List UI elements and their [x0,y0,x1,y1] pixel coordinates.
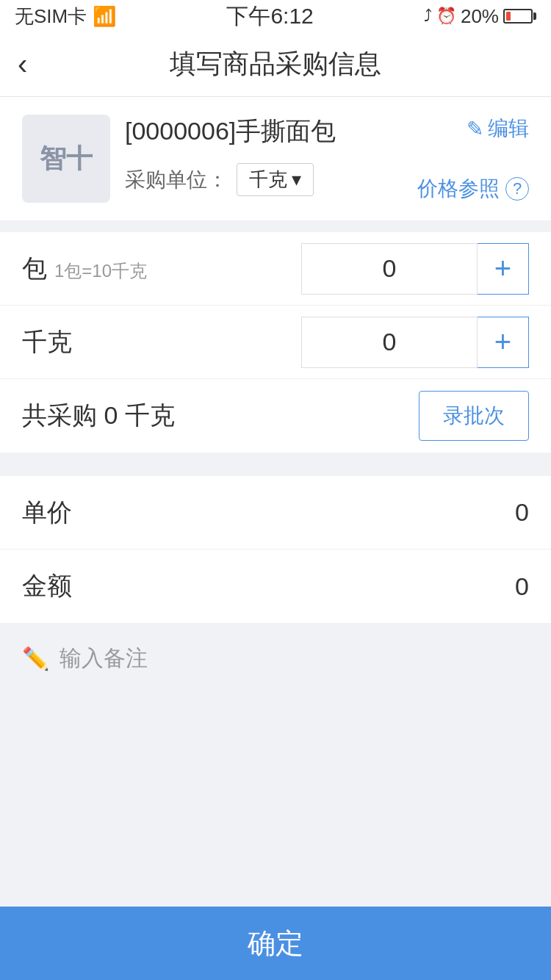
status-time: 下午6:12 [226,1,313,32]
note-section[interactable]: ✏️ 输入备注 [0,623,551,694]
form-row-bao: 包 1包=10千克 + [0,232,551,306]
product-thumbnail: 智十 [22,115,110,203]
price-row-unit: 单价 0 [0,476,551,550]
price-ref-label: 价格参照 [417,175,500,203]
total-row: 共采购 0 千克 录批次 [0,379,551,453]
product-thumb-text: 智十 [40,141,93,177]
status-right: ⤴ ⏰ 20% [424,5,536,28]
note-placeholder: 输入备注 [60,644,148,674]
kg-quantity-input[interactable] [301,317,478,368]
unit-label: 采购单位： [125,166,228,194]
product-card: 智十 [0000006]手撕面包 采购单位： 千克 ▾ ✎ 编辑 价格参照 ? [0,97,551,220]
amount-label: 金额 [22,569,72,603]
back-button[interactable]: ‹ [18,48,27,81]
edit-button[interactable]: ✎ 编辑 [467,115,529,143]
price-row-amount: 金额 0 [0,550,551,623]
unit-value: 千克 [249,167,287,192]
record-batch-button[interactable]: 录批次 [419,391,529,441]
nav-bar: ‹ 填写商品采购信息 [0,32,551,97]
divider-2 [0,453,551,464]
price-ref-button[interactable]: 价格参照 ? [417,175,529,203]
kg-plus-button[interactable]: + [478,317,529,368]
chevron-down-icon: ▾ [292,168,301,191]
form-section: 包 1包=10千克 + 千克 + [0,232,551,379]
unit-price-label: 单价 [22,496,72,530]
page-title: 填写商品采购信息 [170,46,381,82]
wifi-icon: 📶 [93,5,116,28]
status-carrier: 无SIM卡 📶 [15,4,116,29]
kg-label: 千克 [22,325,72,359]
unit-select[interactable]: 千克 ▾ [237,163,314,196]
divider-1 [0,220,551,232]
help-icon: ? [505,177,529,201]
kg-input-group: + [301,317,529,368]
bao-input-group: + [301,243,529,295]
location-icon: ⤴ [424,7,432,26]
form-row-kg: 千克 + [0,306,551,379]
price-section: 单价 0 金额 0 [0,476,551,623]
edit-icon: ✎ [467,117,483,141]
bao-sub: 1包=10千克 [54,259,147,283]
bao-quantity-input[interactable] [301,243,478,295]
status-bar: 无SIM卡 📶 下午6:12 ⤴ ⏰ 20% [0,0,551,32]
bao-plus-button[interactable]: + [478,243,529,295]
bottom-spacer [0,694,551,900]
battery-icon [503,9,536,24]
bao-label: 包 1包=10千克 [22,252,147,286]
amount-value: 0 [515,572,529,601]
alarm-icon: ⏰ [436,7,456,26]
confirm-button[interactable]: 确定 [0,907,551,980]
unit-price-value: 0 [515,498,529,527]
total-label: 共采购 0 千克 [22,399,175,433]
pencil-icon: ✏️ [22,646,49,671]
battery-percent: 20% [461,5,499,28]
